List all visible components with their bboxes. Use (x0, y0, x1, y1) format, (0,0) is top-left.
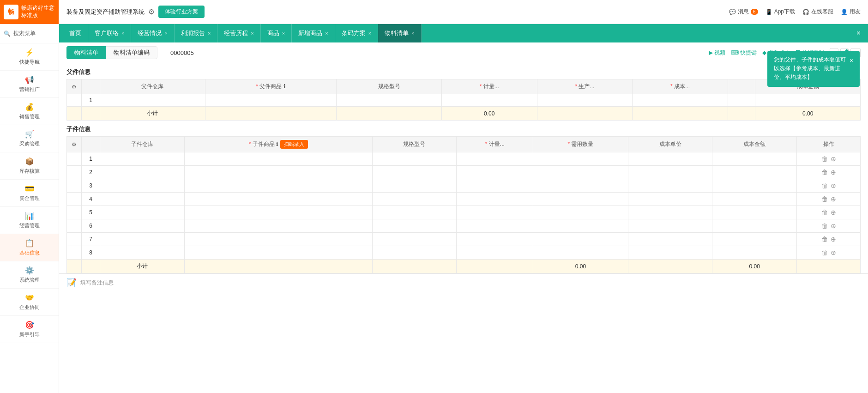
doc-code: 0000005 (170, 49, 194, 56)
tab-goods[interactable]: 商品 × (261, 24, 292, 42)
copy-icon-7[interactable]: ⊕ (831, 236, 836, 243)
parent-table-wrapper: ⚙ 父件仓库 * 父件商品 ℹ 规格型号 * 计量... * 生产... * 成… (59, 79, 868, 121)
search-menu-button[interactable]: 🔍 搜索菜单 (4, 28, 55, 39)
sidebar-item-operations[interactable]: 📊 经营管理 (0, 207, 59, 234)
online-service-button[interactable]: 🎧 在线客服 (802, 8, 833, 16)
tab-profit-close[interactable]: × (208, 30, 211, 36)
tab-customer[interactable]: 客户联络 × (88, 24, 131, 42)
tab-new-goods-close[interactable]: × (325, 30, 328, 36)
close-all-tabs[interactable]: × (853, 29, 864, 37)
child-row-1-unit-cost[interactable] (628, 152, 712, 166)
messages-button[interactable]: 💬 消息 6 (729, 8, 758, 16)
tab-customer-close[interactable]: × (121, 30, 124, 36)
tooltip-close-button[interactable]: × (850, 55, 853, 66)
child-subtotal-cost: 0.00 (712, 260, 797, 273)
child-row-1-unit[interactable] (457, 152, 533, 166)
child-col-warehouse: 子件仓库 (100, 137, 185, 152)
parent-row-1-production[interactable] (537, 94, 633, 107)
sidebar-item-system[interactable]: ⚙️ 系统管理 (0, 261, 59, 289)
child-row-1-actions: 🗑 ⊕ (797, 152, 861, 166)
parent-row-1-warehouse[interactable] (100, 94, 205, 107)
sidebar-item-purchase[interactable]: 🛒 采购管理 (0, 125, 59, 152)
child-row-1-warehouse[interactable] (100, 152, 185, 166)
sidebar-nav: ⚡ 快捷导航 📢 营销推广 💰 销售管理 🛒 采购管理 📦 库存核算 💳 资金管… (0, 43, 59, 393)
parent-row-1-cost[interactable] (633, 94, 728, 107)
copy-icon-5[interactable]: ⊕ (831, 209, 836, 216)
parent-row-1-settings (67, 94, 82, 107)
parent-row-1-amount (755, 94, 861, 107)
copy-icon-6[interactable]: ⊕ (831, 222, 836, 230)
parent-col-cost: * 成本... (633, 79, 728, 94)
child-row-1-goods[interactable] (184, 152, 372, 166)
sidebar-item-marketing[interactable]: 📢 营销推广 (0, 71, 59, 98)
settings-button[interactable]: ⚙ (148, 7, 155, 16)
system-icon: ⚙️ (25, 266, 34, 275)
delete-icon-2[interactable]: 🗑 (821, 169, 828, 176)
tab-barcode-close[interactable]: × (368, 30, 371, 36)
child-row-6: 6 🗑⊕ (67, 219, 861, 233)
child-row-1-spec[interactable] (372, 152, 457, 166)
tab-barcode[interactable]: 条码方案 × (335, 24, 378, 42)
tab-bom[interactable]: 物料清单 × (378, 24, 421, 42)
sidebar: 畅 畅康诸好生意 标准版 🔍 搜索菜单 ⚡ 快捷导航 📢 营销推广 💰 销售管理… (0, 0, 59, 393)
sub-tab-bom-code[interactable]: 物料清单编码 (106, 46, 157, 59)
user-button[interactable]: 👤 用友 (841, 8, 861, 16)
tab-operations-close[interactable]: × (164, 30, 167, 36)
copy-icon-8[interactable]: ⊕ (831, 249, 836, 256)
tab-history-close[interactable]: × (251, 30, 253, 36)
tab-history[interactable]: 经营历程 × (217, 24, 260, 42)
sales-icon: 💰 (25, 103, 34, 111)
search-icon: 🔍 (4, 30, 11, 37)
delete-icon-7[interactable]: 🗑 (821, 236, 828, 243)
delete-icon-6[interactable]: 🗑 (821, 222, 828, 230)
tab-profit[interactable]: 利润报告 × (175, 24, 217, 42)
child-col-goods: * 子件商品 ℹ 扫码录入 (184, 137, 372, 152)
parent-col-settings[interactable]: ⚙ (67, 79, 82, 94)
sidebar-item-guide[interactable]: 🎯 新手引导 (0, 316, 59, 343)
copy-icon-3[interactable]: ⊕ (831, 182, 836, 189)
delete-icon-5[interactable]: 🗑 (821, 209, 828, 216)
delete-icon-1[interactable]: 🗑 (821, 155, 828, 163)
tab-home[interactable]: 首页 (63, 24, 88, 42)
parent-section-title: 父件信息 (59, 63, 868, 79)
quick-nav-icon: ⚡ (25, 48, 34, 57)
marketing-icon: 📢 (25, 75, 34, 84)
copy-icon-4[interactable]: ⊕ (831, 195, 836, 203)
child-row-7: 7 🗑⊕ (67, 233, 861, 246)
keyboard-icon: ⌨ (731, 49, 739, 56)
sidebar-item-finance[interactable]: 💳 资金管理 (0, 180, 59, 207)
parent-row-1-spec[interactable] (337, 94, 442, 107)
sidebar-item-inventory[interactable]: 📦 库存核算 (0, 152, 59, 180)
play-icon: ▶ (709, 49, 713, 56)
view-video-button[interactable]: ▶ 视频 (709, 49, 725, 57)
sidebar-item-sales[interactable]: 💰 销售管理 (0, 98, 59, 125)
child-table-wrapper: ⚙ 子件仓库 * 子件商品 ℹ 扫码录入 规格型号 * 计量... * 需用数量… (59, 136, 868, 273)
child-col-action: 操作 (797, 137, 861, 152)
parent-row-1-goods[interactable] (205, 94, 337, 107)
tab-new-goods[interactable]: 新增商品 × (292, 24, 335, 42)
sub-tab-bom[interactable]: 物料清单 (66, 46, 106, 59)
tab-operations[interactable]: 经营情况 × (131, 24, 174, 42)
app-download-button[interactable]: 📱 App下载 (766, 8, 795, 16)
delete-icon-8[interactable]: 🗑 (821, 249, 828, 256)
sidebar-item-basic-info[interactable]: 📋 基础信息 (0, 234, 59, 261)
child-col-settings[interactable]: ⚙ (67, 137, 82, 152)
scan-input-button[interactable]: 扫码录入 (280, 140, 308, 149)
parent-row-1-unit[interactable] (441, 94, 537, 107)
parent-row-1-num: 1 (82, 94, 100, 107)
child-row-1-qty[interactable] (533, 152, 628, 166)
try-button[interactable]: 体验行业方案 (158, 6, 205, 18)
extract-icon: ◆ (762, 49, 766, 56)
delete-icon-4[interactable]: 🗑 (821, 195, 828, 203)
child-col-unit: * 计量... (457, 137, 533, 152)
delete-icon-3[interactable]: 🗑 (821, 182, 828, 189)
tab-bom-close[interactable]: × (411, 30, 414, 36)
child-subtotal-label: 小计 (100, 260, 185, 273)
copy-icon-2[interactable]: ⊕ (831, 169, 836, 176)
sidebar-item-cooperation[interactable]: 🤝 企业协同 (0, 289, 59, 316)
logo-icon: 畅 (4, 5, 18, 19)
tab-goods-close[interactable]: × (282, 30, 285, 36)
shortcut-button[interactable]: ⌨ 快捷键 (731, 49, 757, 57)
copy-icon-1[interactable]: ⊕ (831, 155, 836, 163)
sidebar-item-quick-nav[interactable]: ⚡ 快捷导航 (0, 43, 59, 71)
